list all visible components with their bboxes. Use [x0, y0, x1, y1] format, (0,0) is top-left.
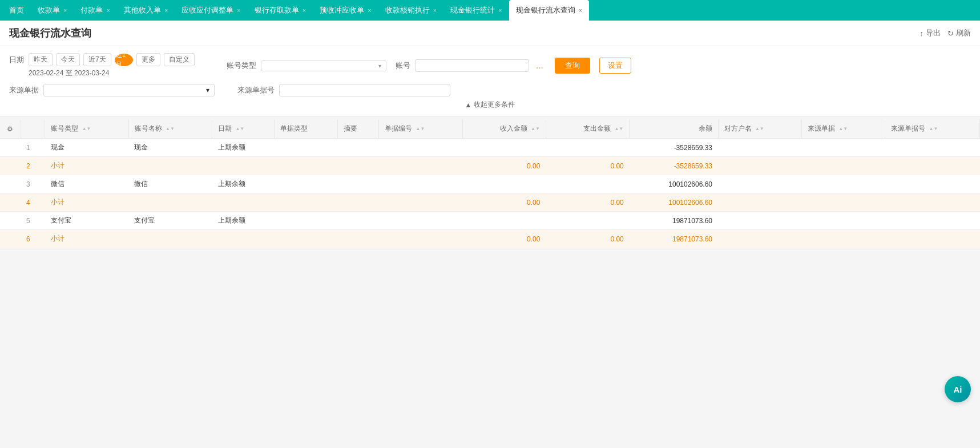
sort-icon-counterparty: ▲▼	[755, 126, 764, 131]
cell-source-doc	[801, 193, 885, 212]
nav-tab-0[interactable]: 收款单 ×	[31, 0, 74, 21]
sort-icon-account-name: ▲▼	[166, 126, 175, 131]
cell-account-type: 支付宝	[45, 212, 128, 230]
cell-source-doc	[801, 212, 885, 230]
column-source-doc-no[interactable]: 来源单据号 ▲▼	[885, 119, 980, 139]
cell-source-doc	[801, 230, 885, 248]
cell-gear	[0, 157, 21, 175]
gear-icon[interactable]: ⚙	[7, 125, 13, 133]
cell-account-type: 现金	[45, 139, 128, 157]
cell-income	[462, 175, 546, 193]
column-expense[interactable]: 支出金额 ▲▼	[546, 119, 629, 139]
collapse-up-icon: ▲	[465, 101, 472, 109]
cell-counterparty	[718, 230, 801, 248]
close-icon-7[interactable]: ×	[498, 7, 502, 14]
date-yesterday[interactable]: 昨天	[29, 53, 53, 66]
cell-doc-type	[275, 175, 338, 193]
close-icon-6[interactable]: ×	[433, 7, 437, 14]
cell-balance: 100102606.60	[630, 193, 718, 212]
cell-source-doc-no	[885, 157, 980, 175]
cell-num: 3	[21, 175, 45, 193]
date-today[interactable]: 今天	[56, 53, 80, 66]
cell-date: 上期余额	[212, 212, 275, 230]
column-gear: ⚙	[0, 119, 21, 139]
cell-date	[212, 157, 275, 175]
column-account-type[interactable]: 账号类型 ▲▼	[45, 119, 128, 139]
source-doc-select[interactable]: ▾	[43, 84, 215, 96]
cell-expense	[546, 139, 629, 157]
cell-gear	[0, 230, 21, 248]
cell-source-doc	[801, 157, 885, 175]
nav-tab-3[interactable]: 应收应付调整单 ×	[175, 0, 247, 21]
cell-doc-type	[275, 212, 338, 230]
column-income[interactable]: 收入金额 ▲▼	[462, 119, 546, 139]
cell-balance: -3528659.33	[630, 139, 718, 157]
date-more[interactable]: 更多	[136, 53, 160, 66]
column-source-doc[interactable]: 来源单据 ▲▼	[801, 119, 885, 139]
cell-summary	[337, 230, 378, 248]
close-icon-3[interactable]: ×	[237, 7, 240, 14]
account-input[interactable]	[415, 59, 529, 72]
nav-tab-1[interactable]: 付款单 ×	[74, 0, 116, 21]
refresh-button[interactable]: ↻ 刷新	[947, 28, 971, 38]
sort-icon-source-doc: ▲▼	[838, 126, 848, 131]
nav-tab-8[interactable]: 现金银行流水查询 ×	[509, 0, 589, 21]
cell-counterparty	[718, 139, 801, 157]
cell-account-name	[128, 230, 212, 248]
cell-date: 上期余额	[212, 139, 275, 157]
column-counterparty[interactable]: 对方户名 ▲▼	[718, 119, 801, 139]
settings-button[interactable]: 设置	[599, 58, 631, 74]
date-1month[interactable]: 近1月	[115, 54, 133, 66]
date-7days[interactable]: 近7天	[83, 53, 111, 66]
query-button[interactable]: 查询	[555, 58, 590, 74]
nav-home[interactable]: 首页	[2, 5, 31, 15]
close-icon-0[interactable]: ×	[63, 7, 67, 14]
cell-gear	[0, 139, 21, 157]
table-row: 6 小计 0.00 0.00 19871073.60	[0, 230, 980, 248]
cell-account-name: 现金	[128, 139, 212, 157]
filter-row-1: 日期 昨天 今天 近7天 近1月 更多 自定义 2023-02-24 至 202…	[9, 53, 971, 78]
cell-income: 0.00	[462, 230, 546, 248]
column-account-name[interactable]: 账号名称 ▲▼	[128, 119, 212, 139]
cell-balance: 19871073.60	[630, 230, 718, 248]
date-custom[interactable]: 自定义	[164, 53, 195, 66]
close-icon-1[interactable]: ×	[106, 7, 110, 14]
close-icon-4[interactable]: ×	[303, 7, 306, 14]
column-date[interactable]: 日期 ▲▼	[212, 119, 275, 139]
ellipsis-button[interactable]: ...	[534, 60, 546, 71]
nav-tab-7[interactable]: 现金银行统计 ×	[443, 0, 509, 21]
table-row: 2 小计 0.00 0.00 -3528659.33	[0, 157, 980, 175]
close-icon-8[interactable]: ×	[579, 7, 582, 14]
account-group: 账号 ...	[396, 59, 546, 72]
source-doc-no-input[interactable]	[279, 84, 450, 96]
column-balance: 余额	[630, 119, 718, 139]
top-nav: 首页 收款单 × 付款单 × 其他收入单 × 应收应付调整单 × 银行存取款单 …	[0, 0, 980, 21]
cell-income	[462, 212, 546, 230]
cell-summary	[337, 175, 378, 193]
page-header: 现金银行流水查询 ↑ 导出 ↻ 刷新	[0, 21, 980, 46]
nav-tab-4[interactable]: 银行存取款单 ×	[248, 0, 313, 21]
refresh-icon: ↻	[947, 29, 954, 38]
collapse-button[interactable]: ▲ 收起更多条件	[465, 100, 515, 110]
nav-tab-2[interactable]: 其他收入单 ×	[117, 0, 175, 21]
cell-source-doc	[801, 139, 885, 157]
nav-tab-5[interactable]: 预收冲应收单 ×	[313, 0, 378, 21]
cell-doc-no	[379, 139, 462, 157]
cell-doc-type	[275, 157, 338, 175]
cell-expense: 0.00	[546, 193, 629, 212]
column-doc-no[interactable]: 单据编号 ▲▼	[379, 119, 462, 139]
account-type-select[interactable]: ▾	[261, 60, 386, 71]
table-header-row: ⚙ 账号类型 ▲▼ 账号名称 ▲▼ 日期 ▲▼ 单据类型	[0, 119, 980, 139]
sort-icon-income: ▲▼	[531, 126, 540, 131]
cell-num: 4	[21, 193, 45, 212]
cell-source-doc-no	[885, 212, 980, 230]
nav-tab-6[interactable]: 收款核销执行 ×	[378, 0, 443, 21]
cell-doc-type	[275, 139, 338, 157]
close-icon-2[interactable]: ×	[164, 7, 168, 14]
date-options-col: 昨天 今天 近7天 近1月 更多 自定义 2023-02-24 至 2023-0…	[29, 53, 195, 78]
close-icon-5[interactable]: ×	[368, 7, 371, 14]
cell-date	[212, 230, 275, 248]
export-button[interactable]: ↑ 导出	[920, 28, 941, 38]
cell-summary	[337, 193, 378, 212]
cell-counterparty	[718, 193, 801, 212]
